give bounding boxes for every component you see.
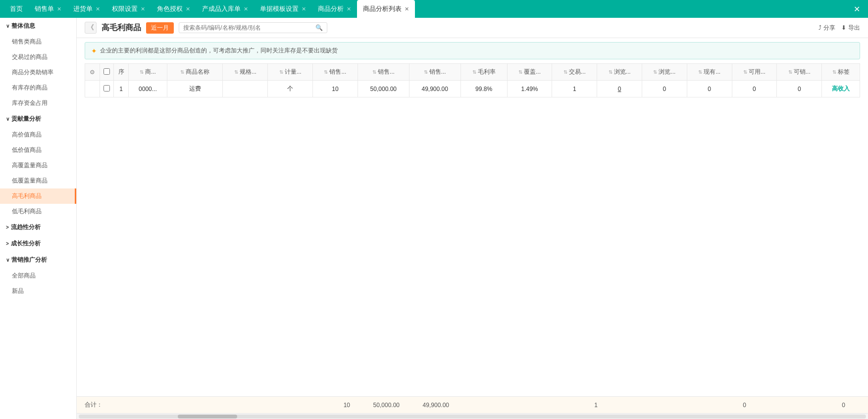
nav-product-storage[interactable]: 产成品入库单 ✕ [196, 0, 254, 18]
sidebar: ∨ 整体信息 销售类商品 交易过的商品 商品分类助销率 有库存的商品 库存资金占… [0, 18, 77, 419]
sidebar-item-in-stock[interactable]: 有库存的商品 [0, 80, 76, 95]
nav-product-analysis-list[interactable]: 商品分析列表 ✕ [357, 0, 415, 18]
arrow-growth: > [6, 241, 9, 246]
col-spec[interactable]: 规格... [223, 64, 268, 81]
cell-available1: 0 [687, 81, 732, 97]
search-box[interactable]: 🔍 [179, 22, 327, 33]
close-permission-tab[interactable]: ✕ [141, 6, 145, 12]
export-icon: ⬇ [841, 24, 846, 31]
col-coverage[interactable]: 覆盖... [507, 64, 552, 81]
arrow-marketing: ∨ [6, 257, 9, 263]
sidebar-item-all-goods[interactable]: 全部商品 [0, 268, 76, 283]
sidebar-item-inventory-fund[interactable]: 库存资金占用 [0, 95, 76, 111]
footer-trade: 1 [558, 402, 598, 409]
col-checkbox-header[interactable] [100, 64, 114, 81]
sidebar-group-growth[interactable]: > 成长性分析 [0, 235, 76, 252]
info-banner: ✦ 企业的主要的利润都是这部分商品创造的，可考虑加大推广，同时关注库存是不要出现… [85, 42, 860, 59]
col-num: 序 [114, 64, 129, 81]
nav-permission[interactable]: 权限设置 ✕ [106, 0, 151, 18]
share-icon: ⤴ [818, 24, 821, 31]
sidebar-group-marketing[interactable]: ∨ 营销推广分析 [0, 252, 76, 268]
select-all-checkbox[interactable] [103, 68, 110, 75]
arrow-contribution: ∨ [6, 116, 9, 122]
close-role-tab[interactable]: ✕ [186, 6, 190, 12]
sidebar-group-contribution[interactable]: ∨ 贡献量分析 [0, 111, 76, 127]
close-purchase-tab[interactable]: ✕ [96, 6, 100, 12]
table-body: 1 0000... 运费 个 10 50,000.00 49,900.00 99… [85, 81, 860, 97]
col-name[interactable]: 商品名称 [167, 64, 223, 81]
main-layout: ∨ 整体信息 销售类商品 交易过的商品 商品分类助销率 有库存的商品 库存资金占… [0, 18, 868, 419]
cell-saleable: 0 [777, 81, 822, 97]
col-sales-amt[interactable]: 销售... [357, 64, 409, 81]
sidebar-item-high-margin[interactable]: 高毛利商品 [0, 188, 76, 204]
arrow-trend: > [6, 225, 9, 230]
col-sales-qty[interactable]: 销售... [313, 64, 358, 81]
col-browse2[interactable]: 浏览... [642, 64, 687, 81]
cell-code: 0000... [129, 81, 167, 97]
close-template-tab[interactable]: ✕ [302, 6, 306, 12]
col-saleable[interactable]: 可销... [777, 64, 822, 81]
col-code[interactable]: 商... [129, 64, 167, 81]
cell-browse1[interactable]: 0 [597, 81, 642, 97]
window-close-button[interactable]: ✕ [850, 4, 864, 14]
sidebar-item-low-value[interactable]: 低价值商品 [0, 142, 76, 158]
data-table: ⚙ 序 商... 商品名称 规格... 计量... 销售... 销售... 销售… [85, 63, 860, 97]
sidebar-item-new-goods[interactable]: 新品 [0, 283, 76, 299]
cell-num: 1 [114, 81, 129, 97]
nav-sales[interactable]: 销售单 ✕ [29, 0, 67, 18]
cell-name: 运费 [167, 81, 223, 97]
top-navigation: 首页 销售单 ✕ 进货单 ✕ 权限设置 ✕ 角色授权 ✕ 产成品入库单 ✕ 单据… [0, 0, 868, 18]
sidebar-collapse-button[interactable]: 《 [85, 22, 97, 34]
cell-unit: 个 [268, 81, 313, 97]
export-button[interactable]: ⬇ 导出 [841, 24, 860, 32]
table-wrapper: ⚙ 序 商... 商品名称 规格... 计量... 销售... 销售... 销售… [77, 63, 868, 396]
search-input[interactable] [183, 24, 315, 31]
row-checkbox[interactable] [103, 85, 110, 92]
close-product-analysis-tab[interactable]: ✕ [347, 6, 351, 12]
nav-product-analysis[interactable]: 商品分析 ✕ [312, 0, 357, 18]
cell-browse2: 0 [642, 81, 687, 97]
sidebar-group-trend[interactable]: > 流趋性分析 [0, 219, 76, 235]
cell-empty [85, 81, 100, 97]
nav-role[interactable]: 角色授权 ✕ [151, 0, 196, 18]
sidebar-item-sales-goods[interactable]: 销售类商品 [0, 34, 76, 49]
col-gear[interactable]: ⚙ [85, 64, 100, 81]
content-area: 《 高毛利商品 近一月 🔍 ⤴ 分享 ⬇ 导出 ✦ 企业的主要的利润都是这部 [77, 18, 868, 419]
col-sales-cost[interactable]: 销售... [409, 64, 460, 81]
horizontal-scrollbar[interactable] [77, 413, 868, 419]
scrollbar-track[interactable] [79, 415, 866, 419]
sidebar-item-category-assist[interactable]: 商品分类助销率 [0, 65, 76, 80]
sidebar-item-traded-goods[interactable]: 交易过的商品 [0, 49, 76, 65]
cell-trade: 1 [552, 81, 597, 97]
col-unit[interactable]: 计量... [268, 64, 313, 81]
scrollbar-thumb[interactable] [178, 415, 237, 419]
search-icon[interactable]: 🔍 [315, 24, 323, 31]
col-tag[interactable]: 标签 [822, 64, 860, 81]
close-sales-tab[interactable]: ✕ [57, 6, 61, 12]
table-row: 1 0000... 运费 个 10 50,000.00 49,900.00 99… [85, 81, 860, 97]
sidebar-item-high-coverage[interactable]: 高覆盖量商品 [0, 158, 76, 173]
nav-home[interactable]: 首页 [4, 0, 29, 18]
share-button[interactable]: ⤴ 分享 [818, 24, 835, 32]
col-browse1[interactable]: 浏览... [597, 64, 642, 81]
filter-recent-month-button[interactable]: 近一月 [146, 22, 174, 34]
sidebar-item-low-coverage[interactable]: 低覆盖量商品 [0, 173, 76, 188]
sidebar-item-high-value[interactable]: 高价值商品 [0, 127, 76, 142]
table-header-row: ⚙ 序 商... 商品名称 规格... 计量... 销售... 销售... 销售… [85, 64, 860, 81]
col-available1[interactable]: 现有... [687, 64, 732, 81]
close-product-storage-tab[interactable]: ✕ [244, 6, 248, 12]
col-available2[interactable]: 可用... [732, 64, 777, 81]
sidebar-group-overall[interactable]: ∨ 整体信息 [0, 18, 76, 34]
footer-sales-qty: 10 [310, 402, 350, 409]
footer-sales-amt: 50,000.00 [360, 402, 400, 409]
nav-template[interactable]: 单据模板设置 ✕ [254, 0, 312, 18]
nav-purchase[interactable]: 进货单 ✕ [67, 0, 106, 18]
col-trade[interactable]: 交易... [552, 64, 597, 81]
sidebar-item-low-margin[interactable]: 低毛利商品 [0, 204, 76, 219]
footer-saleable: 0 [806, 402, 845, 409]
col-gross-rate[interactable]: 毛利率 [460, 64, 507, 81]
close-product-analysis-list-tab[interactable]: ✕ [405, 6, 409, 12]
footer-label: 合计： [85, 401, 102, 409]
gear-icon[interactable]: ⚙ [90, 69, 95, 76]
cell-checkbox[interactable] [100, 81, 114, 97]
